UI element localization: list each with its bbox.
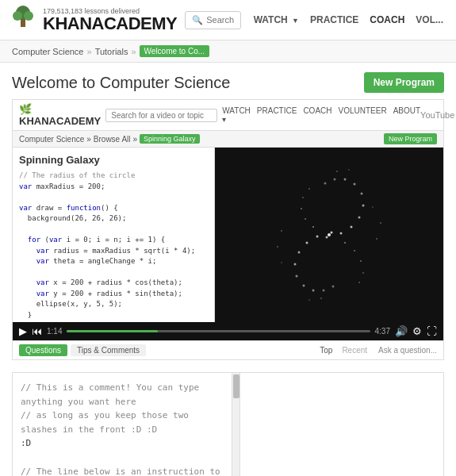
galaxy-svg: // Galaxy dots are drawn via SVG below [215, 148, 443, 322]
new-program-button[interactable]: New Program [364, 72, 444, 93]
svg-point-23 [312, 290, 315, 292]
editor-line-1: // This is a comment! You can type anyth… [21, 381, 224, 409]
svg-rect-1 [21, 19, 25, 27]
progress-bar[interactable] [67, 330, 370, 332]
search-icon: 🔍 [192, 15, 203, 25]
youtube-label: YouTube [420, 110, 454, 120]
svg-point-2 [13, 11, 22, 21]
video-breadcrumb-sep1: » [86, 135, 91, 144]
svg-point-13 [354, 183, 356, 186]
video-breadcrumb-browse[interactable]: Browse All [94, 135, 131, 144]
search-bar[interactable]: 🔍 [185, 11, 240, 29]
nav-practice[interactable]: PRACTICE [305, 11, 363, 29]
video-controls-right: 🔊 ⚙ ⛶ [395, 325, 437, 337]
video-new-program-button[interactable]: New Program [384, 133, 437, 144]
sort-top[interactable]: Top [320, 346, 332, 355]
svg-point-31 [312, 226, 314, 228]
main-nav: WATCH ▼ PRACTICE COACH VOL... [249, 11, 448, 29]
video-search-input[interactable] [105, 109, 217, 122]
ask-question[interactable]: Ask a question... [378, 346, 437, 355]
canvas-panel: // Galaxy dots are drawn via SVG below [215, 148, 443, 322]
breadcrumb-tutorials[interactable]: Tutorials [95, 47, 128, 56]
svg-point-16 [324, 182, 327, 185]
nav-volunteer[interactable]: VOL... [411, 11, 448, 29]
editor-line-3: :D [21, 436, 224, 451]
svg-point-21 [296, 275, 298, 278]
breadcrumb-current: Welcome to Co... [140, 45, 210, 57]
svg-point-15 [334, 178, 336, 181]
smiley-svg [270, 456, 413, 476]
rewind-button[interactable]: ⏮ [32, 325, 42, 337]
code-editor[interactable]: // This is a comment! You can type anyth… [12, 372, 232, 476]
qa-bar: Questions Tips & Comments Top Recent Ask… [13, 340, 443, 359]
code-line-10 [19, 267, 208, 278]
nav-watch[interactable]: WATCH ▼ [249, 11, 304, 29]
volume-button[interactable]: 🔊 [395, 325, 408, 337]
video-controls: ▶ ⏮ 1:14 4:37 🔊 ⚙ ⛶ [13, 322, 443, 340]
settings-button[interactable]: ⚙ [412, 325, 422, 337]
svg-point-42 [336, 171, 338, 172]
video-header-inner: 🌿 KHANACADEMY WATCH ▾ PRACTICE COACH VOL… [19, 103, 420, 127]
video-nav-about[interactable]: ABOUT [393, 106, 420, 124]
sort-recent[interactable]: Recent [342, 346, 367, 355]
breadcrumb-sep1: » [87, 47, 92, 56]
play-button[interactable]: ▶ [19, 325, 27, 337]
page-title: Welcome to Computer Science [12, 74, 230, 92]
svg-point-39 [281, 230, 282, 232]
breadcrumb-cs[interactable]: Computer Science [12, 47, 84, 56]
code-line-1: // The radius of the circle [19, 171, 208, 182]
svg-point-20 [294, 263, 297, 266]
svg-point-26 [344, 242, 346, 244]
video-breadcrumb-sep2: » [133, 135, 138, 144]
search-input[interactable] [206, 15, 233, 25]
breadcrumb: Computer Science » Tutorials » Welcome t… [0, 40, 456, 63]
editor-line-2: // as long as you keep those two slashes… [21, 409, 224, 436]
editor-scrollbar[interactable] [232, 372, 240, 476]
svg-point-37 [380, 222, 381, 224]
video-nav-practice[interactable]: PRACTICE [257, 106, 297, 124]
code-line-5: background(26, 26, 26); [19, 213, 208, 225]
logo-tree-icon [8, 5, 38, 35]
smiley-panel [240, 372, 444, 476]
svg-point-11 [362, 205, 365, 207]
qa-tab-tips[interactable]: Tips & Comments [71, 344, 146, 356]
time-current: 1:14 [47, 327, 62, 336]
page-header: Welcome to Computer Science New Program [0, 63, 456, 99]
video-breadcrumb-cs[interactable]: Computer Science [19, 135, 84, 144]
logo-text-area: 179,513,183 lessons delivered KHANACADEM… [43, 7, 177, 33]
svg-point-30 [358, 282, 360, 283]
qa-tab-questions[interactable]: Questions [19, 344, 67, 356]
svg-rect-46 [270, 456, 413, 476]
svg-point-28 [360, 260, 362, 262]
code-line-12: var y = 200 + radius * sin(theta); [19, 289, 208, 300]
svg-point-27 [354, 250, 355, 251]
editor-line-4 [21, 451, 224, 465]
svg-point-35 [308, 188, 310, 190]
logo-area: 179,513,183 lessons delivered KHANACADEM… [8, 5, 177, 35]
svg-point-25 [332, 286, 335, 288]
code-line-2: var maxRadius = 200; [19, 182, 208, 193]
video-nav-volunteer[interactable]: VOLUNTEER [339, 106, 387, 124]
video-header-nav: WATCH ▾ PRACTICE COACH VOLUNTEER ABOUT [222, 106, 420, 124]
svg-point-45 [308, 299, 310, 301]
svg-point-33 [301, 208, 302, 209]
code-line-15 [19, 321, 208, 322]
scroll-thumb[interactable] [233, 374, 239, 398]
svg-point-19 [298, 251, 301, 254]
nav-coach[interactable]: COACH [365, 11, 409, 29]
code-panel: Spinning Galaxy // The radius of the cir… [13, 148, 215, 322]
svg-point-10 [358, 217, 361, 219]
svg-point-12 [361, 193, 363, 195]
watch-dropdown-arrow: ▼ [292, 17, 299, 25]
code-line-4: var draw = function() { [19, 203, 208, 214]
video-nav-watch[interactable]: WATCH ▾ [222, 106, 251, 124]
svg-point-40 [277, 246, 278, 248]
code-editor-section: // This is a comment! You can type anyth… [12, 372, 444, 476]
svg-point-8 [340, 232, 343, 235]
progress-fill [67, 330, 158, 332]
svg-point-32 [305, 218, 306, 220]
video-nav-coach[interactable]: COACH [303, 106, 331, 124]
fullscreen-button[interactable]: ⛶ [427, 325, 437, 337]
svg-point-18 [306, 242, 308, 244]
video-main: Spinning Galaxy // The radius of the cir… [13, 148, 443, 322]
